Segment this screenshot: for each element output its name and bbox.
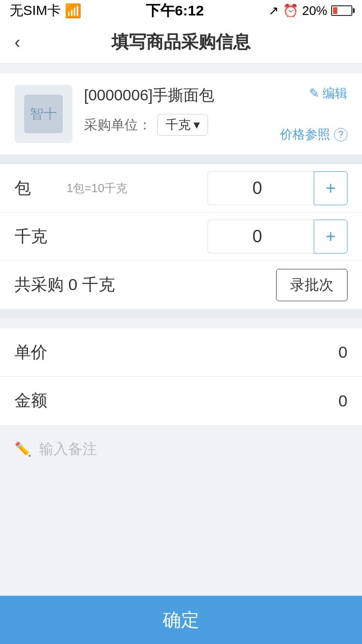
- status-bar: 无SIM卡 📶 下午6:12 ↗ ⏰ 20%: [0, 0, 362, 21]
- status-left: 无SIM卡 📶: [10, 1, 82, 20]
- price-section: 单价 0 金额 0: [0, 328, 362, 425]
- alarm-icon: ⏰: [283, 3, 298, 18]
- unit-price-value: 0: [338, 343, 348, 362]
- location-icon: ↗: [268, 3, 279, 18]
- bao-sub-label: 1包=10千克: [67, 181, 208, 196]
- product-logo-text: 智十: [30, 105, 57, 123]
- confirm-button[interactable]: 确定: [0, 596, 362, 644]
- bao-plus-button[interactable]: +: [314, 171, 348, 205]
- unit-price-row: 单价 0: [0, 328, 362, 377]
- back-button[interactable]: ‹: [14, 32, 20, 53]
- summary-text: 共采购 0 千克: [14, 274, 115, 296]
- input-section: 包 1包=10千克 + 千克 +: [0, 164, 362, 261]
- status-time: 下午6:12: [146, 1, 204, 21]
- amount-value: 0: [338, 392, 348, 410]
- page-title: 填写商品采购信息: [111, 30, 251, 54]
- pencil-icon: ✏️: [14, 441, 31, 457]
- product-image: 智十: [14, 85, 72, 143]
- status-right: ↗ ⏰ 20%: [268, 3, 352, 18]
- qianke-input[interactable]: [208, 220, 314, 253]
- summary-row: 共采购 0 千克 录批次: [0, 261, 362, 309]
- battery-percentage: 20%: [302, 3, 327, 18]
- unit-select[interactable]: 千克 ▾: [157, 114, 208, 136]
- wifi-icon: 📶: [65, 3, 82, 19]
- section-divider-1: [0, 154, 362, 164]
- qianke-input-row: 千克 +: [0, 212, 362, 261]
- qianke-input-wrap: +: [208, 220, 348, 253]
- unit-label: 采购单位：: [84, 116, 152, 134]
- info-icon: ?: [334, 128, 348, 141]
- note-placeholder: 输入备注: [39, 439, 97, 459]
- nav-bar: ‹ 填写商品采购信息: [0, 21, 362, 64]
- bao-label: 包: [14, 177, 63, 199]
- product-logo: 智十: [24, 95, 63, 133]
- bao-input-row: 包 1包=10千克 +: [0, 164, 362, 212]
- qianke-label: 千克: [14, 225, 63, 248]
- edit-icon: ✎: [309, 86, 320, 101]
- chevron-down-icon: ▾: [194, 117, 200, 132]
- unit-price-label: 单价: [14, 341, 47, 364]
- edit-button[interactable]: ✎ 编辑: [309, 85, 348, 102]
- amount-label: 金额: [14, 390, 47, 412]
- section-divider-2: [0, 309, 362, 319]
- carrier-label: 无SIM卡: [10, 1, 61, 20]
- bao-input-wrap: +: [208, 171, 348, 205]
- qianke-plus-button[interactable]: +: [314, 220, 348, 253]
- product-card: 智十 [0000006]手撕面包 采购单位： 千克 ▾ ✎ 编辑 价格参照 ?: [0, 73, 362, 154]
- batch-button[interactable]: 录批次: [276, 269, 348, 301]
- price-ref-button[interactable]: 价格参照 ?: [280, 126, 348, 143]
- note-section[interactable]: ✏️ 输入备注: [0, 425, 362, 474]
- amount-row: 金额 0: [0, 377, 362, 425]
- bao-input[interactable]: [208, 171, 314, 205]
- product-name: [0000006]手撕面包: [84, 85, 348, 106]
- battery-icon: [331, 5, 352, 16]
